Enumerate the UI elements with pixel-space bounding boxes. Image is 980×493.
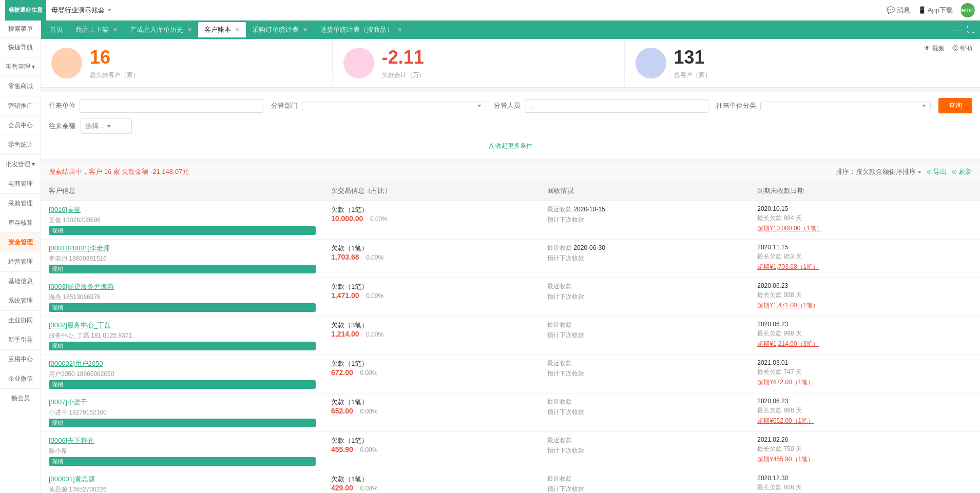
debt-percent-1: 0.00% [366,254,383,261]
td-collection-2: 最近收款 预计下次收款 [540,278,750,317]
overdue-link-6[interactable]: 超期¥455.90（1笔） [757,455,972,464]
debt-amount-row-5: 652.00 0.00% [331,407,532,415]
store-chevron-icon [107,9,111,11]
td-due-date-6: 2021.02.26 最长欠款 750 天 超期¥455.90（1笔） [750,432,980,470]
overdue-link-2[interactable]: 超期¥1,471.00（1笔） [757,301,972,310]
td-due-date-5: 2020.06.23 最长欠款 998 天 超期¥652.00（1笔） [750,393,980,432]
result-customer-unit: 家 [113,168,120,175]
sidebar-item-app-center[interactable]: 应用中心 [0,350,41,369]
sidebar-item-system-mgmt[interactable]: 系统管理 [0,291,41,311]
next-collect-label-1: 预计下次收款 [547,254,584,262]
table-row: [0001020001]李老师 李老师 18600391516 现销 欠款（1笔… [41,240,980,278]
manager-input[interactable]: ... [525,99,708,113]
sort-select[interactable]: 排序：按欠款金额倒序排序 [836,167,921,176]
customer-tag-3: 现销 [49,342,316,350]
customer-phone-7: 黄思源 13552700226 [49,485,316,493]
overdue-days-3: 最长欠款 998 天 [757,329,972,338]
last-collect-label-0: 最近收款 [547,206,572,213]
tab-purchase-order[interactable]: 采购订单统计表 ✕ [246,22,314,37]
tab-product-history[interactable]: 产成品入库单历史 ✕ [124,22,198,37]
tab-home[interactable]: 首页 [44,22,69,37]
overdue-link-3[interactable]: 超期¥1,214.00（3笔） [757,340,972,348]
last-collect-label-5: 最近收款 [547,398,572,405]
customer-name-link-2[interactable]: [0003]畅捷服务尹海燕 [49,282,316,291]
tab-product-listing[interactable]: 商品上下架 ✕ [69,22,124,37]
tab-minimize-icon[interactable]: — [951,25,964,34]
close-customer-account-icon[interactable]: ✕ [235,27,240,33]
customer-name-link-0[interactable]: [0016]吴俊 [49,205,316,214]
sort-label: 排序：按欠款金额倒序排序 [836,167,916,176]
close-purchase-order-icon[interactable]: ✕ [303,27,308,33]
sidebar-item-member-center[interactable]: 会员中心 [0,116,41,135]
customer-name-link-5[interactable]: [0007]小进干 [49,398,316,407]
debt-info-3: 欠款（3笔） 1,214.00 0.00% [331,321,532,338]
brand-logo: 畅捷通好生意 [5,0,46,21]
help-link[interactable]: ⓪ 帮助 [952,44,972,53]
td-debt-info-5: 欠款（1笔） 652.00 0.00% [323,393,540,432]
sidebar-item-purchase-mgmt[interactable]: 采购管理 [0,194,41,213]
customer-name-link-4[interactable]: [000002]用户2050 [49,359,316,368]
overdue-link-0[interactable]: 超期¥10,000.00（1笔） [757,224,972,233]
overdue-link-5[interactable]: 超期¥652.00（1笔） [757,417,972,425]
sidebar-item-warehouse-check[interactable]: 库存核算 [0,213,41,233]
debt-count-3: 欠款（3笔） [331,321,532,330]
sidebar-item-enterprise-wechat[interactable]: 企业微信 [0,369,41,389]
td-debt-info-6: 欠款（1笔） 455.90 0.00% [323,432,540,470]
customer-name-link-6[interactable]: [0006]去下粮仓 [49,436,316,445]
overdue-date-7: 2020.12.30 [757,475,972,482]
collection-last-row-3: 最近收款 [547,321,742,329]
customer-name-link-7[interactable]: [000001]黄思源 [49,475,316,484]
from-unit-input[interactable]: ... [80,99,263,113]
debt-customers-number: 16 [90,47,139,68]
department-label: 分管部门 [271,101,298,110]
debt-amount-row-3: 1,214.00 0.00% [331,330,532,338]
sidebar-item-basic-info[interactable]: 基础信息 [0,272,41,291]
sidebar-item-marketing[interactable]: 营销推广 [0,96,41,116]
next-collect-label-0: 预计下次收款 [547,216,584,223]
video-link[interactable]: 👁 视频 [924,44,944,53]
overdue-info-7: 2020.12.30 最长欠款 808 天 超期¥429.00（1笔） [757,475,972,493]
message-btn[interactable]: 💬 消息 [887,6,910,15]
sidebar-item-enterprise-collab[interactable]: 企业协同 [0,311,41,330]
customer-info-2: [0003]畅捷服务尹海燕 海燕 18513066976 现销 [49,282,316,312]
close-product-history-icon[interactable]: ✕ [187,27,192,33]
search-button[interactable]: 查询 [938,98,972,113]
close-product-listing-icon[interactable]: ✕ [113,27,118,33]
sidebar-item-capital-mgmt[interactable]: 资金管理 [0,233,41,252]
store-selector[interactable]: 母婴行业演示账套 [46,6,117,15]
sidebar-item-retail-stats[interactable]: 零售统计 [0,135,41,155]
sidebar-item-retail-mgmt[interactable]: 零售管理 ▾ [0,57,41,77]
td-debt-info-0: 欠款（1笔） 10,000.00 0.00% [323,201,540,240]
sidebar-item-ecommerce-mgmt[interactable]: 电商管理 [0,174,41,194]
collapse-button[interactable]: ⋀ 收起更多条件 [489,142,532,150]
tab-maximize-icon[interactable]: ⛶ [964,25,977,34]
sidebar-item-operation-mgmt[interactable]: 经营管理 [0,252,41,272]
tab-customer-account[interactable]: 客户账本 ✕ [198,22,246,37]
department-select[interactable] [302,102,486,110]
refresh-button[interactable]: ⊙ 刷新 [952,167,972,176]
from-unit-category-select[interactable] [760,102,931,110]
overdue-link-4[interactable]: 超期¥672.00（1笔） [757,378,972,387]
th-collection: 回收情况 [540,181,750,201]
td-collection-1: 最近收款 2020-06-30 预计下次收款 [540,240,750,278]
user-avatar[interactable]: demo2 [960,3,975,17]
sidebar-item-batch-mgmt[interactable]: 批发管理 ▾ [0,155,41,174]
sidebar-item-new-guide[interactable]: 新手引导 [0,330,41,350]
td-collection-7: 最近收款 预计下次收款 [540,470,750,494]
sidebar-item-retail-mall[interactable]: 零售商城 [0,77,41,96]
customer-name-link-1[interactable]: [0001020001]李老师 [49,244,316,253]
next-collect-label-6: 预计下次收款 [547,447,584,454]
td-customer-info-7: [000001]黄思源 黄思源 13552700226 现销 [41,470,323,494]
customer-name-link-3[interactable]: [0002]服务中心_丁磊 [49,321,316,330]
overdue-link-1[interactable]: 超期¥1,703.68（1笔） [757,263,972,271]
td-collection-0: 最近收款 2020-10-15 预计下次收款 [540,201,750,240]
tab-incoming-stats[interactable]: 进货单统计表（按商品） ✕ [314,22,408,37]
sidebar-item-quick-nav[interactable]: 快捷导航 [0,38,41,57]
remainder-select[interactable]: 选择... [81,119,132,134]
export-button[interactable]: ⊙ 导出 [927,167,947,176]
app-download-btn[interactable]: 📱 App下载 [918,6,953,15]
td-collection-5: 最近收款 预计下次收款 [540,393,750,432]
sidebar-search[interactable]: 搜索菜单 [0,21,41,38]
sidebar-item-vip-member[interactable]: 畅会员 [0,389,41,408]
close-incoming-stats-icon[interactable]: ✕ [397,27,402,33]
